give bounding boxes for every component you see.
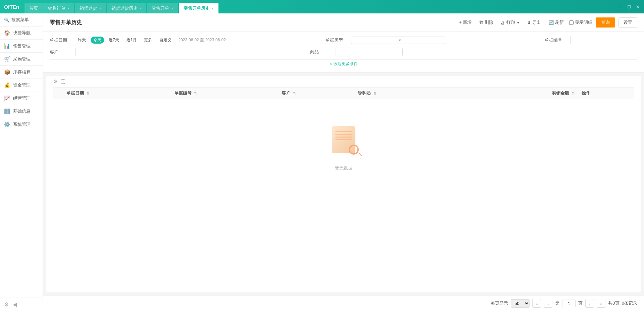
tab-return-close[interactable]: × xyxy=(99,6,101,10)
table-header-row: 单据日期 ⇅ 单据编号 ⇅ 客户 ⇅ 导购员 ⇅ xyxy=(53,88,634,99)
sidebar-item-basic-info[interactable]: ℹ️ 基础信息 xyxy=(0,105,43,118)
goods-label: 商品 xyxy=(310,49,330,55)
th-amount[interactable]: 实销金额 ⇅ xyxy=(470,88,578,99)
tab-retail-order[interactable]: 零售开单 × xyxy=(147,3,178,14)
tab-return-history-close[interactable]: × xyxy=(140,6,142,10)
last-page-btn[interactable]: » xyxy=(597,299,605,308)
doc-type-select[interactable]: ▼ xyxy=(351,37,445,44)
show-detail-checkbox[interactable] xyxy=(569,20,574,25)
th-no[interactable]: 单据编号 ⇅ xyxy=(171,88,279,99)
sidebar-item-inventory[interactable]: 📦 库存核算 xyxy=(0,66,43,79)
tab-retail-order-close[interactable]: × xyxy=(171,6,173,10)
date-btn-today[interactable]: 今天 xyxy=(91,37,104,44)
print-icon: 🖨 xyxy=(501,20,505,25)
tab-retail-history-label: 零售开单历史 xyxy=(184,5,210,11)
sidebar-item-finance-label: 资金管理 xyxy=(13,82,31,88)
query-button[interactable]: 查询 xyxy=(596,17,615,28)
th-no-sort-icon[interactable]: ⇅ xyxy=(194,91,197,95)
sales-icon: 📊 xyxy=(4,43,10,49)
date-btn-1month[interactable]: 近1月 xyxy=(124,37,140,44)
tab-home[interactable]: 首页 xyxy=(24,3,43,14)
date-range-display: 2023-06-02 至 2023-06-02 xyxy=(178,37,226,43)
sidebar-item-purchase[interactable]: 🛒 采购管理 xyxy=(0,53,43,66)
customer-dots[interactable]: ··· xyxy=(148,49,152,55)
pagination-bar: 每页显示 10 20 50 100 « ‹ 第 1 页 › » 共0页, 0条记… xyxy=(43,295,644,311)
th-guide[interactable]: 导购员 ⇅ xyxy=(354,88,446,99)
page-title: 零售开单历史 xyxy=(50,19,82,26)
sidebar-item-management[interactable]: 📈 经营管理 xyxy=(0,92,43,105)
customer-input[interactable] xyxy=(75,48,142,56)
settings-icon-btn[interactable]: ⚙ xyxy=(4,301,9,308)
prev-page-btn[interactable]: ‹ xyxy=(544,299,552,308)
doc-no-input[interactable] xyxy=(570,36,637,44)
refresh-button[interactable]: 🔄 刷新 xyxy=(546,18,566,27)
empty-icon xyxy=(327,126,360,160)
th-customer-sort-icon[interactable]: ⇅ xyxy=(293,91,296,95)
data-table: 单据日期 ⇅ 单据编号 ⇅ 客户 ⇅ 导购员 ⇅ xyxy=(53,88,634,99)
tab-return-label: 销货退货 xyxy=(80,5,97,11)
tab-retail-order-label: 零售开单 xyxy=(152,5,169,11)
goods-dots[interactable]: ··· xyxy=(408,49,412,55)
collapse-bar[interactable]: ∧ 收起更多条件 xyxy=(50,59,637,68)
refresh-icon: 🔄 xyxy=(548,20,554,25)
date-btn-7days[interactable]: 近7天 xyxy=(106,37,122,44)
inventory-icon: 📦 xyxy=(4,69,10,75)
tab-return-history[interactable]: 销货退货历史 × xyxy=(107,3,146,14)
th-date-sort-icon[interactable]: ⇅ xyxy=(87,91,90,95)
filter-panel: 单据日期 昨天 今天 近7天 近1月 更多 自定义 2023-06-02 至 2… xyxy=(43,32,644,72)
doc-type-label: 单据类型 xyxy=(326,37,346,43)
sidebar-item-purchase-label: 采购管理 xyxy=(13,56,31,62)
window-maximize[interactable]: □ xyxy=(628,4,631,9)
page-size-select[interactable]: 10 20 50 100 xyxy=(511,299,530,308)
add-button[interactable]: + 新增 xyxy=(457,18,474,27)
print-arrow-icon: ▼ xyxy=(516,21,520,24)
collapse-icon-btn[interactable]: ◀ xyxy=(13,301,17,308)
settings-button[interactable]: 设置 xyxy=(618,17,637,28)
th-guide-sort-icon[interactable]: ⇅ xyxy=(374,91,377,95)
sidebar-item-management-label: 经营管理 xyxy=(13,95,31,101)
th-date[interactable]: 单据日期 ⇅ xyxy=(63,88,171,99)
purchase-icon: 🛒 xyxy=(4,56,10,62)
first-page-btn[interactable]: « xyxy=(532,299,541,308)
page-label: 第 xyxy=(555,300,559,306)
page-number-input[interactable]: 1 xyxy=(562,300,576,307)
goods-input[interactable] xyxy=(336,48,403,56)
empty-state: 暂无数据 xyxy=(53,99,634,198)
tab-sales-order-close[interactable]: × xyxy=(67,6,69,10)
sidebar-item-sales-label: 销售管理 xyxy=(13,43,31,49)
tab-retail-history-close[interactable]: × xyxy=(212,6,214,10)
tab-retail-history[interactable]: 零售开单历史 × xyxy=(179,3,218,14)
select-all-checkbox[interactable] xyxy=(61,80,65,84)
tab-sales-order[interactable]: 销售订单 × xyxy=(43,3,74,14)
window-close[interactable]: ✕ xyxy=(636,4,640,9)
sidebar: 🔍 搜索菜单 🏠 快捷导航 📊 销售管理 🛒 采购管理 📦 库存核算 💰 资金管… xyxy=(0,13,43,311)
tab-home-label: 首页 xyxy=(29,5,38,11)
show-detail-toggle[interactable]: 显示明细 xyxy=(569,19,592,25)
export-button[interactable]: ⬇ 导出 xyxy=(525,18,543,27)
date-btn-custom[interactable]: 自定义 xyxy=(157,37,174,44)
tab-return[interactable]: 销货退货 × xyxy=(75,3,106,14)
sidebar-item-finance[interactable]: 💰 资金管理 xyxy=(0,79,43,92)
tabs-bar: 首页 销售订单 × 销货退货 × 销货退货历史 × 零售开单 × 零售开单历史 … xyxy=(24,0,619,13)
th-amount-sort-icon[interactable]: ⇅ xyxy=(572,91,575,95)
magnifier-icon xyxy=(349,145,359,155)
table-gear-icon[interactable]: ⚙ xyxy=(53,79,57,85)
finance-icon: 💰 xyxy=(4,82,10,88)
th-customer[interactable]: 客户 ⇅ xyxy=(278,88,354,99)
print-button[interactable]: 🖨 打印 ▼ xyxy=(499,18,522,27)
window-controls: ─ □ ✕ xyxy=(619,4,640,9)
date-btn-more[interactable]: 更多 xyxy=(141,37,155,44)
delete-button[interactable]: 🗑 删除 xyxy=(477,18,495,27)
window-minimize[interactable]: ─ xyxy=(619,4,623,9)
sidebar-search[interactable]: 🔍 搜索菜单 xyxy=(0,13,43,27)
filter-row-2: 客户 ··· 商品 ··· xyxy=(50,48,637,56)
next-page-btn[interactable]: › xyxy=(585,299,594,308)
sidebar-item-basic-info-label: 基础信息 xyxy=(13,108,31,114)
th-amount-label: 实销金额 xyxy=(552,91,569,96)
th-guide-label: 导购员 xyxy=(358,91,371,96)
sidebar-item-system[interactable]: ⚙️ 系统管理 xyxy=(0,118,43,131)
date-btn-yesterday[interactable]: 昨天 xyxy=(75,37,89,44)
sidebar-item-shortcuts[interactable]: 🏠 快捷导航 xyxy=(0,27,43,40)
sidebar-item-shortcuts-label: 快捷导航 xyxy=(13,30,31,36)
sidebar-item-sales[interactable]: 📊 销售管理 xyxy=(0,40,43,53)
